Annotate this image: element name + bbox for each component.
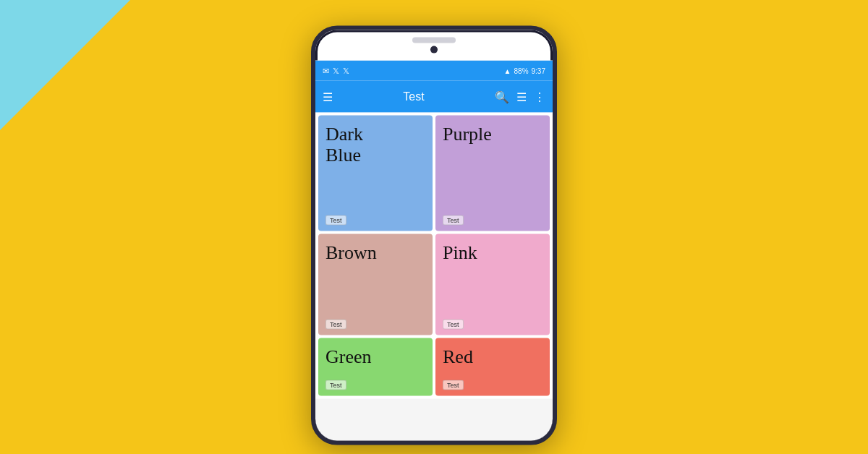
card-red-badge: Test <box>443 380 464 390</box>
background-corner <box>0 0 130 130</box>
card-brown-badge: Test <box>326 320 346 330</box>
card-green[interactable]: Green Test <box>318 338 433 396</box>
card-red[interactable]: Red Test <box>435 338 550 396</box>
card-red-title: Red <box>443 347 542 368</box>
search-icon[interactable]: 🔍 <box>495 90 509 103</box>
card-purple-badge: Test <box>443 215 464 226</box>
twitter-icon-1: 𝕏 <box>333 66 339 75</box>
phone-mockup: ✉ 𝕏 𝕏 ▲ 88% 9:37 ☰ Test 🔍 ☰ ⋮ <box>311 26 557 445</box>
card-dark-blue[interactable]: DarkBlue Test <box>318 116 433 231</box>
list-view-icon[interactable]: ☰ <box>516 90 527 103</box>
phone-camera <box>430 46 438 53</box>
card-purple[interactable]: Purple Test <box>435 116 550 231</box>
more-options-icon[interactable]: ⋮ <box>534 90 545 103</box>
card-dark-blue-title: DarkBlue <box>326 124 425 166</box>
card-pink-badge: Test <box>443 320 464 330</box>
card-green-title: Green <box>326 347 425 368</box>
card-pink-title: Pink <box>443 243 542 264</box>
color-card-grid: DarkBlue Test Purple Test Brown Test Pin… <box>315 113 553 399</box>
card-brown-title: Brown <box>326 243 425 264</box>
app-title: Test <box>340 90 488 103</box>
status-bar: ✉ 𝕏 𝕏 ▲ 88% 9:37 <box>315 61 553 81</box>
card-green-badge: Test <box>326 380 346 390</box>
phone-body: ✉ 𝕏 𝕏 ▲ 88% 9:37 ☰ Test 🔍 ☰ ⋮ <box>311 26 557 445</box>
battery-percent: 88% <box>514 67 529 74</box>
card-purple-title: Purple <box>443 124 542 145</box>
menu-icon[interactable]: ☰ <box>323 90 333 103</box>
wifi-icon: ▲ <box>504 67 511 74</box>
phone-speaker <box>412 38 456 43</box>
card-brown[interactable]: Brown Test <box>318 234 433 335</box>
twitter-icon-2: 𝕏 <box>343 66 349 75</box>
status-right-info: ▲ 88% 9:37 <box>504 67 545 74</box>
clock: 9:37 <box>532 67 545 74</box>
app-bar-actions: 🔍 ☰ ⋮ <box>495 90 545 103</box>
status-left-icons: ✉ 𝕏 𝕏 <box>323 66 349 75</box>
message-icon: ✉ <box>323 66 329 75</box>
phone-screen: ✉ 𝕏 𝕏 ▲ 88% 9:37 ☰ Test 🔍 ☰ ⋮ <box>315 61 553 441</box>
card-pink[interactable]: Pink Test <box>435 234 550 335</box>
app-bar: ☰ Test 🔍 ☰ ⋮ <box>315 81 553 113</box>
card-dark-blue-badge: Test <box>326 215 346 226</box>
